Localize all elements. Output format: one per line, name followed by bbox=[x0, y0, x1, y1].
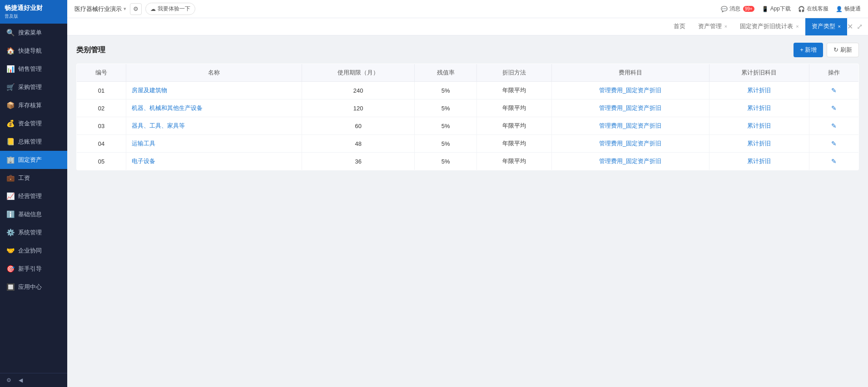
sidebar-icon-sales: 📊 bbox=[6, 65, 15, 73]
table-row: 05 电子设备 36 5% 年限平均 管理费用_固定资产折旧 累计折旧 ✎ bbox=[77, 153, 859, 170]
new-button[interactable]: + 新增 bbox=[794, 43, 823, 57]
cell-action-3[interactable]: ✎ bbox=[809, 135, 858, 153]
cell-name-2: 器具、工具、家具等 bbox=[126, 117, 302, 135]
cell-expense-0: 管理费用_固定资产折旧 bbox=[551, 82, 709, 99]
edit-icon-1[interactable]: ✎ bbox=[831, 104, 837, 112]
sidebar-item-purchase[interactable]: 🛒采购管理 bbox=[0, 78, 67, 96]
sidebar-icon-salary: 💼 bbox=[6, 174, 15, 182]
app-download-label: App下载 bbox=[770, 5, 791, 13]
sidebar-label-system: 系统管理 bbox=[18, 228, 42, 237]
cell-name-1: 机器、机械和其他生产设备 bbox=[126, 99, 302, 117]
tab-close-asset-mgmt[interactable]: × bbox=[724, 24, 727, 29]
sidebar-menu: 🔍搜索菜单🏠快捷导航📊销售管理🛒采购管理📦库存核算💰资金管理📒总账管理🏢固定资产… bbox=[0, 24, 67, 373]
sidebar-item-system[interactable]: ⚙️系统管理 bbox=[0, 223, 67, 242]
sidebar-label-salary: 工资 bbox=[18, 174, 30, 182]
cell-code-2: 03 bbox=[77, 117, 126, 135]
sidebar-icon-base-info: ℹ️ bbox=[6, 210, 15, 218]
tab-maximize-icon[interactable]: ⤢ bbox=[857, 22, 863, 31]
table-row: 04 运输工具 48 5% 年限平均 管理费用_固定资产折旧 累计折旧 ✎ bbox=[77, 135, 859, 153]
topbar-messages[interactable]: 💬消息99+ bbox=[721, 5, 754, 13]
sidebar-settings-icon[interactable]: ⚙ bbox=[6, 377, 11, 383]
sidebar-label-guide: 新手引导 bbox=[18, 265, 42, 273]
sidebar-icon-operations: 📈 bbox=[6, 192, 15, 200]
edit-icon-0[interactable]: ✎ bbox=[831, 87, 837, 94]
sidebar-icon-search: 🔍 bbox=[6, 29, 15, 37]
sidebar-label-inventory: 库存核算 bbox=[18, 101, 42, 109]
sidebar-item-operations[interactable]: 📈经营管理 bbox=[0, 187, 67, 205]
experience-button[interactable]: ☁ 我要体验一下 bbox=[145, 3, 195, 15]
topbar: 医疗器械行业演示 ▾ ⚙ ☁ 我要体验一下 💬消息99+📱App下载🎧在线客服👤… bbox=[67, 0, 868, 18]
topbar-app-download[interactable]: 📱App下载 bbox=[762, 5, 791, 13]
sidebar-label-enterprise: 企业协同 bbox=[18, 247, 42, 255]
refresh-button[interactable]: ↻ 刷新 bbox=[827, 43, 859, 57]
sidebar-item-guide[interactable]: 🎯新手引导 bbox=[0, 260, 67, 278]
sidebar-label-purchase: 采购管理 bbox=[18, 83, 42, 91]
col-header-6: 累计折旧科目 bbox=[709, 64, 809, 82]
sidebar-item-quick-nav[interactable]: 🏠快捷导航 bbox=[0, 42, 67, 60]
user-icon: 👤 bbox=[836, 6, 843, 12]
sidebar-item-app-center[interactable]: 🔲应用中心 bbox=[0, 278, 67, 296]
tab-asset-type[interactable]: 资产类型× bbox=[805, 18, 847, 35]
cell-expense-4: 管理费用_固定资产折旧 bbox=[551, 153, 709, 170]
tab-close-depreciation-table[interactable]: × bbox=[796, 24, 799, 29]
sidebar-item-enterprise[interactable]: 🤝企业协同 bbox=[0, 242, 67, 260]
app-logo: 畅捷通好业财 普及版 bbox=[0, 0, 67, 24]
cell-residual-1: 5% bbox=[415, 99, 477, 117]
cell-action-1[interactable]: ✎ bbox=[809, 99, 858, 117]
sidebar-item-ledger[interactable]: 📒总账管理 bbox=[0, 133, 67, 151]
sidebar-collapse-icon[interactable]: ◀ bbox=[19, 377, 23, 383]
sidebar-icon-system: ⚙️ bbox=[6, 228, 15, 237]
sidebar-item-sales[interactable]: 📊销售管理 bbox=[0, 60, 67, 78]
cell-residual-4: 5% bbox=[415, 153, 477, 170]
online-service-icon: 🎧 bbox=[798, 6, 805, 12]
category-table: 编号名称使用期限（月）残值率折旧方法费用科目累计折旧科目操作 01 房屋及建筑物… bbox=[76, 64, 859, 170]
cell-method-3: 年限平均 bbox=[477, 135, 552, 153]
tab-close-window-icon[interactable]: ✕ bbox=[847, 22, 853, 31]
cell-method-1: 年限平均 bbox=[477, 99, 552, 117]
tab-close-asset-type[interactable]: × bbox=[838, 24, 841, 29]
cell-accum-3: 累计折旧 bbox=[709, 135, 809, 153]
cell-code-4: 05 bbox=[77, 153, 126, 170]
sidebar-item-salary[interactable]: 💼工资 bbox=[0, 169, 67, 187]
page-header: 类别管理 + 新增 ↻ 刷新 bbox=[76, 43, 859, 57]
cell-action-2[interactable]: ✎ bbox=[809, 117, 858, 135]
edit-icon-2[interactable]: ✎ bbox=[831, 122, 837, 129]
cell-accum-2: 累计折旧 bbox=[709, 117, 809, 135]
sidebar-icon-app-center: 🔲 bbox=[6, 283, 15, 291]
sidebar-icon-enterprise: 🤝 bbox=[6, 247, 15, 255]
cell-name-3: 运输工具 bbox=[126, 135, 302, 153]
cell-action-4[interactable]: ✎ bbox=[809, 153, 858, 170]
col-header-5: 费用科目 bbox=[551, 64, 709, 82]
edit-icon-3[interactable]: ✎ bbox=[831, 140, 837, 147]
sidebar-label-fixed-assets: 固定资产 bbox=[18, 156, 42, 164]
topbar-settings-button[interactable]: ⚙ bbox=[130, 3, 142, 15]
topbar-user[interactable]: 👤畅捷通 bbox=[836, 5, 861, 13]
tab-home[interactable]: 首页 bbox=[667, 18, 692, 35]
sidebar-item-capital[interactable]: 💰资金管理 bbox=[0, 114, 67, 133]
cell-residual-3: 5% bbox=[415, 135, 477, 153]
cell-period-2: 60 bbox=[302, 117, 415, 135]
company-selector[interactable]: 医疗器械行业演示 ▾ bbox=[74, 5, 126, 13]
tab-label-asset-mgmt: 资产管理 bbox=[698, 22, 722, 30]
tabbar: 首页资产管理×固定资产折旧统计表×资产类型×✕ ⤢ bbox=[67, 18, 868, 35]
user-label: 畅捷通 bbox=[844, 5, 861, 13]
sidebar-item-fixed-assets[interactable]: 🏢固定资产 bbox=[0, 151, 67, 169]
tab-label-asset-type: 资产类型 bbox=[812, 22, 835, 30]
badge-messages: 99+ bbox=[743, 6, 754, 12]
table-row: 02 机器、机械和其他生产设备 120 5% 年限平均 管理费用_固定资产折旧 … bbox=[77, 99, 859, 117]
sidebar-item-base-info[interactable]: ℹ️基础信息 bbox=[0, 205, 67, 223]
sidebar-item-inventory[interactable]: 📦库存核算 bbox=[0, 96, 67, 114]
cell-residual-0: 5% bbox=[415, 82, 477, 99]
tab-depreciation-table[interactable]: 固定资产折旧统计表× bbox=[734, 18, 805, 35]
company-name: 医疗器械行业演示 bbox=[74, 5, 122, 13]
edit-icon-4[interactable]: ✎ bbox=[831, 158, 837, 165]
col-header-1: 名称 bbox=[126, 64, 302, 82]
table-row: 03 器具、工具、家具等 60 5% 年限平均 管理费用_固定资产折旧 累计折旧… bbox=[77, 117, 859, 135]
table-row: 01 房屋及建筑物 240 5% 年限平均 管理费用_固定资产折旧 累计折旧 ✎ bbox=[77, 82, 859, 99]
cell-action-0[interactable]: ✎ bbox=[809, 82, 858, 99]
sidebar-label-sales: 销售管理 bbox=[18, 65, 42, 73]
cell-period-3: 48 bbox=[302, 135, 415, 153]
sidebar-item-search[interactable]: 🔍搜索菜单 bbox=[0, 24, 67, 42]
topbar-online-service[interactable]: 🎧在线客服 bbox=[798, 5, 828, 13]
tab-asset-mgmt[interactable]: 资产管理× bbox=[692, 18, 734, 35]
